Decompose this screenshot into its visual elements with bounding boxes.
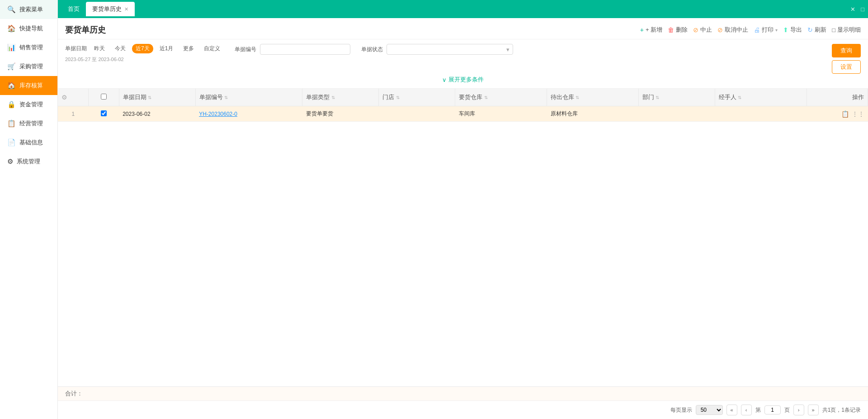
sort-date-icon[interactable]: ⇅ [148,95,151,100]
sidebar-icon-purchase: 🛒 [7,62,16,71]
content-area: 要货单历史 + + 新增 🗑 删除 ⊘ 中止 ⊘ 取消中止 [58,18,868,419]
refresh-button[interactable]: ↻ 刷新 [807,26,826,34]
page-number-input[interactable] [764,405,781,414]
tab-history[interactable]: 要货单历史✕ [86,2,135,16]
sort-waitwarehouse-icon[interactable]: ⇅ [576,95,579,100]
th-waitwarehouse-label: 待出仓库 [551,94,574,100]
expand-more-btn[interactable]: ∨ 展开更多条件 [65,76,861,84]
row-index: 1 [58,106,89,122]
date-btn-custom[interactable]: 自定义 [200,44,224,53]
sidebar-item-search[interactable]: 🔍搜索菜单 [0,0,57,19]
row-checkbox-cell[interactable] [89,106,119,122]
sidebar-item-inventory[interactable]: 🏠库存核算 [0,76,57,95]
tab-home[interactable]: 首页 [61,2,86,16]
select-all-checkbox[interactable] [101,94,107,100]
date-filter-label: 单据日期 [65,45,87,52]
sidebar-icon-finance: 🔒 [7,100,16,109]
sidebar: 🔍搜索菜单🏠快捷导航📊销售管理🛒采购管理🏠库存核算🔒资金管理📋经营管理📄基础信息… [0,0,58,419]
row-checkbox[interactable] [101,110,107,116]
sidebar-item-sales[interactable]: 📊销售管理 [0,38,57,57]
sidebar-icon-operations: 📋 [7,119,16,128]
tab-label-home: 首页 [68,5,80,13]
th-shop-label: 门店 [382,94,394,100]
th-shop: 门店 ⇅ [379,89,455,106]
date-btn-1month[interactable]: 近1月 [156,44,177,53]
billno-input[interactable] [260,44,350,55]
table-header-row: ⚙ 单据日期 ⇅ 单据编号 ⇅ [58,89,868,106]
status-select[interactable] [387,44,513,55]
sidebar-icon-search: 🔍 [7,5,16,14]
date-filter-inline: 单据日期 昨天 今天 近7天 近1月 更多 自定义 [65,44,224,53]
status-select-wrapper [387,44,513,55]
row-edit-icon[interactable]: 📋 [841,110,849,118]
table-footer: 合计： [58,386,868,400]
next-page-button[interactable]: › [793,405,804,415]
tab-close-history[interactable]: ✕ [124,6,128,12]
th-checkbox[interactable] [89,89,119,106]
page-info: 共1页，1条记录 [822,406,861,414]
table-head: ⚙ 单据日期 ⇅ 单据编号 ⇅ [58,89,868,106]
th-dept-label: 部门 [642,94,654,100]
stop-button[interactable]: ⊘ 中止 [693,26,712,34]
sidebar-item-quicknav[interactable]: 🏠快捷导航 [0,19,57,38]
row-shop [379,106,455,122]
billno-label: 单据编号 [235,46,256,53]
close-window-icon[interactable]: ✕ [850,6,855,13]
per-page-select[interactable]: 50 10 20 100 [696,405,723,415]
cancel-stop-button[interactable]: ⊘ 取消中止 [717,26,748,34]
row-more-icon[interactable]: ⋮⋮ [852,110,864,118]
sort-billno-icon[interactable]: ⇅ [224,95,228,100]
setting-button[interactable]: 设置 [832,60,861,74]
date-btn-today[interactable]: 今天 [111,44,129,53]
filter-area: 单据日期 昨天 今天 近7天 近1月 更多 自定义 2023-05-27 至 2… [58,39,868,89]
sort-dept-icon[interactable]: ⇅ [656,95,659,100]
date-btn-yesterday[interactable]: 昨天 [90,44,108,53]
sort-billtype-icon[interactable]: ⇅ [331,95,335,100]
page-suffix-label: 页 [784,406,790,414]
status-label: 单据状态 [361,46,383,53]
sidebar-item-system[interactable]: ⚙系统管理 [0,152,57,171]
summary-label: 合计： [65,390,83,397]
prev-page-button[interactable]: ‹ [741,405,752,415]
th-billno-label: 单据编号 [199,94,223,100]
filter-row: 单据日期 昨天 今天 近7天 近1月 更多 自定义 2023-05-27 至 2… [65,44,861,74]
th-handler: 经手人 ⇅ [715,89,807,106]
sidebar-item-purchase[interactable]: 🛒采购管理 [0,57,57,76]
query-button[interactable]: 查询 [832,44,861,57]
th-billtype-label: 单据类型 [306,94,330,100]
row-reqwarehouse: 车间库 [455,106,547,122]
new-icon: + [640,26,644,33]
sidebar-item-operations[interactable]: 📋经营管理 [0,114,57,133]
row-billno[interactable]: YH-20230602-0 [195,106,302,122]
sort-shop-icon[interactable]: ⇅ [396,95,400,100]
date-btn-7days[interactable]: 近7天 [132,44,153,53]
sidebar-item-basicinfo[interactable]: 📄基础信息 [0,133,57,152]
sidebar-label-system: 系统管理 [17,157,40,166]
export-button[interactable]: ⬆ 导出 [783,26,802,34]
print-button[interactable]: 🖨 打印 ▾ [754,26,778,34]
date-btn-more[interactable]: 更多 [179,44,198,53]
pagination-bar: 每页显示 50 10 20 100 « ‹ 第 页 › » 共1页，1条记录 [58,400,868,419]
new-button[interactable]: + + 新增 [640,26,662,34]
print-icon: 🖨 [754,26,760,33]
sidebar-item-finance[interactable]: 🔒资金管理 [0,95,57,114]
sidebar-label-search: 搜索菜单 [19,5,43,14]
th-settings[interactable]: ⚙ [58,89,89,106]
th-billno: 单据编号 ⇅ [195,89,302,106]
date-range-display: 2023-05-27 至 2023-06-02 [65,56,224,63]
row-handler [715,106,807,122]
last-page-button[interactable]: » [808,405,819,415]
first-page-button[interactable]: « [726,405,737,415]
sort-reqwarehouse-icon[interactable]: ⇅ [484,95,488,100]
page-header: 要货单历史 + + 新增 🗑 删除 ⊘ 中止 ⊘ 取消中止 [58,18,868,39]
main-area: 首页要货单历史✕ ✕ □ 要货单历史 + + 新增 🗑 删除 ⊘ 中止 [58,0,868,419]
toolbar: + + 新增 🗑 删除 ⊘ 中止 ⊘ 取消中止 🖨 打印 [640,26,861,34]
restore-window-icon[interactable]: □ [861,6,864,13]
refresh-icon: ↻ [807,26,813,33]
display-detail-button[interactable]: □ 显示明细 [832,26,861,34]
delete-button[interactable]: 🗑 删除 [668,26,688,34]
sidebar-label-sales: 销售管理 [19,43,43,52]
filter-actions: 查询 设置 [832,44,861,74]
sort-handler-icon[interactable]: ⇅ [738,95,741,100]
table-row: 1 2023-06-02 YH-20230602-0 要货单要货 车间库 原材料… [58,106,868,122]
